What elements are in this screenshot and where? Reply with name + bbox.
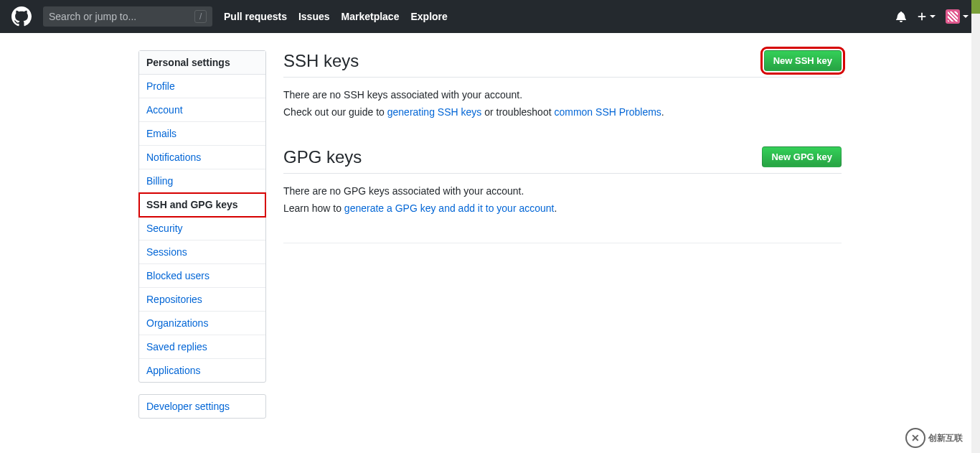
generate-gpg-key-link[interactable]: generate a GPG key and add it to your ac…	[344, 202, 555, 214]
ssh-subhead: SSH keys New SSH key	[283, 50, 842, 78]
common-ssh-problems-link[interactable]: common SSH Problems	[554, 106, 661, 118]
watermark-logo-icon: ✕	[905, 428, 925, 448]
ssh-keys-section: SSH keys New SSH key There are no SSH ke…	[283, 50, 842, 118]
settings-container: Personal settings Profile Account Emails…	[138, 50, 842, 453]
sidebar-item-repositories[interactable]: Repositories	[139, 288, 265, 312]
watermark-text: 创新互联	[928, 432, 963, 444]
ssh-title: SSH keys	[283, 51, 359, 71]
github-logo[interactable]	[11, 6, 32, 27]
gpg-subhead: GPG keys New GPG key	[283, 146, 842, 174]
gpg-empty-text: There are no GPG keys associated with yo…	[283, 185, 842, 197]
sidebar-item-emails[interactable]: Emails	[139, 122, 265, 146]
create-new-dropdown[interactable]	[917, 11, 936, 22]
chevron-down-icon	[963, 15, 969, 18]
settings-sidebar: Personal settings Profile Account Emails…	[138, 50, 266, 430]
gpg-learn-text: Learn how to generate a GPG key and add …	[283, 202, 842, 214]
avatar	[946, 9, 960, 24]
sidebar-item-ssh-gpg-keys[interactable]: SSH and GPG keys	[139, 193, 265, 217]
header-right	[895, 9, 969, 24]
new-ssh-key-button[interactable]: New SSH key	[764, 50, 842, 71]
gpg-learn-prefix: Learn how to	[283, 202, 344, 214]
ssh-guide-suffix: .	[661, 106, 664, 118]
new-gpg-key-button[interactable]: New GPG key	[762, 146, 842, 167]
ssh-empty-text: There are no SSH keys associated with yo…	[283, 89, 842, 101]
search-slash-hint: /	[194, 10, 207, 23]
gpg-title: GPG keys	[283, 147, 362, 167]
sidebar-item-saved-replies[interactable]: Saved replies	[139, 335, 265, 359]
sidebar-item-applications[interactable]: Applications	[139, 359, 265, 382]
sidebar-item-sessions[interactable]: Sessions	[139, 240, 265, 264]
sidebar-item-security[interactable]: Security	[139, 217, 265, 240]
primary-nav: Pull requests Issues Marketplace Explore	[224, 11, 448, 22]
user-menu[interactable]	[946, 9, 969, 24]
sidebar-item-blocked-users[interactable]: Blocked users	[139, 264, 265, 288]
watermark: ✕ 创新互联	[905, 427, 970, 449]
sidebar-item-developer-settings[interactable]: Developer settings	[139, 395, 265, 418]
global-header: / Pull requests Issues Marketplace Explo…	[0, 0, 980, 33]
ssh-guide-text: Check out our guide to generating SSH ke…	[283, 106, 842, 118]
nav-pull-requests[interactable]: Pull requests	[224, 11, 287, 22]
nav-explore[interactable]: Explore	[410, 11, 447, 22]
sidebar-item-notifications[interactable]: Notifications	[139, 146, 265, 169]
ssh-guide-mid: or troubleshoot	[481, 106, 554, 118]
ssh-guide-prefix: Check out our guide to	[283, 106, 387, 118]
developer-settings-menu: Developer settings	[138, 394, 266, 419]
search-box[interactable]: /	[43, 6, 212, 27]
gpg-keys-section: GPG keys New GPG key There are no GPG ke…	[283, 146, 842, 214]
settings-main: SSH keys New SSH key There are no SSH ke…	[283, 50, 842, 430]
sidebar-item-account[interactable]: Account	[139, 98, 265, 122]
search-input[interactable]	[49, 11, 194, 22]
sidebar-heading: Personal settings	[139, 51, 265, 75]
notifications-icon[interactable]	[895, 11, 907, 22]
footer-divider	[283, 243, 842, 243]
generating-ssh-keys-link[interactable]: generating SSH keys	[387, 106, 482, 118]
chevron-down-icon	[930, 15, 936, 18]
right-edge-bar	[971, 0, 980, 453]
sidebar-item-billing[interactable]: Billing	[139, 169, 265, 193]
gpg-learn-suffix: .	[554, 202, 557, 214]
nav-marketplace[interactable]: Marketplace	[341, 11, 400, 22]
sidebar-item-organizations[interactable]: Organizations	[139, 312, 265, 335]
personal-settings-menu: Personal settings Profile Account Emails…	[138, 50, 266, 383]
sidebar-item-profile[interactable]: Profile	[139, 75, 265, 98]
nav-issues[interactable]: Issues	[298, 11, 330, 22]
